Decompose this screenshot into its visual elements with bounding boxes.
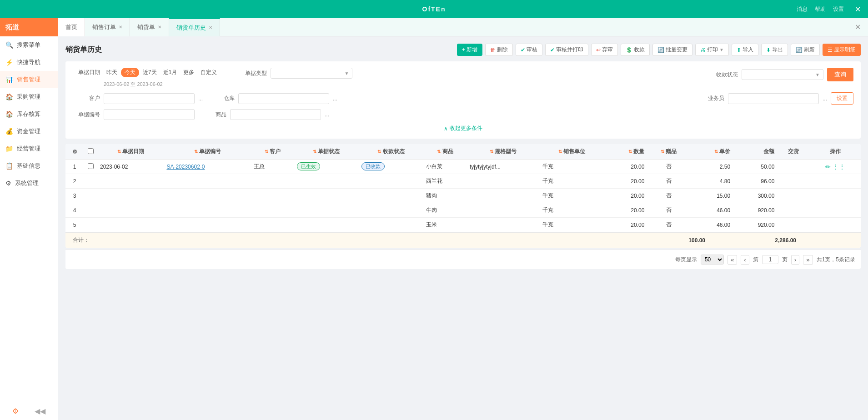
per-page-select[interactable]: 50 100 200 — [701, 255, 724, 265]
setup-button[interactable]: 设置 — [831, 92, 853, 105]
date-shortcut-1month[interactable]: 近1月 — [161, 68, 180, 77]
approve-print-button[interactable]: ✔ 审核并打印 — [545, 44, 588, 56]
warehouse-filter-input[interactable] — [238, 93, 329, 104]
warehouse-ellipsis[interactable]: ... — [333, 95, 337, 102]
tab-sales-order[interactable]: 销售订单 ✕ — [85, 18, 130, 36]
import-button[interactable]: ⬆ 导入 — [732, 44, 758, 56]
doc-type-select[interactable] — [271, 68, 352, 79]
salesperson-filter-input[interactable] — [728, 93, 819, 104]
new-button[interactable]: + 新增 — [457, 44, 482, 56]
collect-button[interactable]: 💲 收款 — [621, 44, 650, 56]
first-page-btn[interactable]: « — [728, 255, 737, 265]
cell-check-3[interactable] — [84, 203, 97, 218]
date-shortcut-today[interactable]: 今天 — [121, 68, 139, 77]
row-checkbox-0[interactable] — [88, 163, 94, 169]
sidebar-item-finance-mgmt[interactable]: 💰 资金管理 — [0, 123, 58, 140]
col-orderno-header[interactable]: ⇅ 单据编号 — [164, 144, 251, 160]
top-settings[interactable]: 设置 — [833, 5, 844, 13]
cell-orderno-0[interactable]: SA-20230602-0 — [164, 160, 251, 174]
col-goods-header[interactable]: ⇅ 商品 — [423, 144, 467, 160]
top-help[interactable]: 帮助 — [815, 5, 826, 13]
print-button[interactable]: 🖨 打印 ▼ — [695, 44, 729, 56]
cell-orderno-3[interactable] — [164, 203, 251, 218]
show-detail-button[interactable]: ☰ 显示明细 — [823, 44, 861, 56]
footer-total-qty: 100.00 — [672, 237, 708, 244]
cell-docstatus-1 — [294, 174, 359, 189]
sidebar-item-ops-mgmt[interactable]: 📁 经营管理 — [0, 140, 58, 157]
tab-bar: 首页 销售订单 ✕ 销货单 ✕ 销货单历史 ✕ ✕ — [58, 18, 868, 36]
query-button[interactable]: 查询 — [827, 68, 853, 81]
approve-button[interactable]: ✔ 审核 — [516, 44, 542, 56]
edit-icon-0[interactable]: ✏ — [825, 163, 831, 170]
sidebar-item-quick-nav[interactable]: ⚡ 快捷导航 — [0, 54, 58, 71]
date-shortcut-more[interactable]: 更多 — [181, 68, 197, 77]
cell-spec-0: tyjytyjytyjdf... — [467, 160, 540, 174]
cell-check-4[interactable] — [84, 218, 97, 232]
search-menu-icon: 🔍 — [5, 41, 13, 49]
sidebar-item-purchase-mgmt[interactable]: 🏠 采购管理 — [0, 88, 58, 105]
cell-qty-0: 20.00 — [604, 160, 647, 174]
col-docstatus-header[interactable]: ⇅ 单据状态 — [294, 144, 359, 160]
batch-change-button[interactable]: 🔄 批量变更 — [652, 44, 692, 56]
date-shortcut-custom[interactable]: 自定义 — [198, 68, 220, 77]
tab-home[interactable]: 首页 — [58, 18, 85, 36]
tab-close-all[interactable]: ✕ — [848, 23, 868, 31]
refresh-button[interactable]: 🔄 刷新 — [791, 44, 820, 56]
col-paystatus-header[interactable]: ⇅ 收款状态 — [359, 144, 423, 160]
docno-filter-input[interactable] — [104, 109, 195, 120]
footer-total-amount: 2,286.00 — [763, 237, 799, 244]
tab-sales-history[interactable]: 销货单历史 ✕ — [169, 18, 220, 36]
goods-filter-input[interactable] — [230, 109, 321, 120]
abandon-button[interactable]: ↩ 弃审 — [591, 44, 618, 56]
next-page-btn[interactable]: › — [791, 255, 799, 265]
tab-sales-order-close[interactable]: ✕ — [119, 25, 122, 30]
pay-status-select[interactable] — [742, 69, 823, 80]
tab-sales-history-close[interactable]: ✕ — [209, 25, 212, 30]
col-unit-header[interactable]: ⇅ 销售单位 — [540, 144, 604, 160]
cell-orderno-1[interactable] — [164, 174, 251, 189]
customer-filter-input[interactable] — [104, 93, 195, 104]
select-all-checkbox[interactable] — [88, 148, 94, 154]
sidebar-item-basic-info[interactable]: 📋 基础信息 — [0, 157, 58, 175]
cell-check-0[interactable] — [84, 160, 97, 174]
col-qty-header[interactable]: ⇅ 数量 — [604, 144, 647, 160]
prev-page-btn[interactable]: ‹ — [741, 255, 749, 265]
sidebar-bottom-gear-icon[interactable]: ⚙ — [12, 407, 19, 415]
sidebar-item-search-menu[interactable]: 🔍 搜索菜单 — [0, 36, 58, 54]
sidebar-item-sys-mgmt[interactable]: ⚙ 系统管理 — [0, 175, 58, 192]
top-close[interactable]: ✕ — [855, 5, 861, 14]
sidebar-item-sales-mgmt[interactable]: 📊 销售管理 — [0, 71, 58, 88]
export-button[interactable]: ⬇ 导出 — [761, 44, 788, 56]
page-input[interactable] — [762, 255, 778, 264]
more-icon-0[interactable]: ⋮⋮ — [833, 163, 845, 170]
col-price-header[interactable]: ⇅ 单价 — [690, 144, 733, 160]
col-date-header[interactable]: ⇅ 单据日期 — [97, 144, 164, 160]
goods-ellipsis[interactable]: ... — [325, 111, 329, 118]
sidebar-collapse-icon[interactable]: ◀◀ — [35, 407, 45, 415]
col-gift-header[interactable]: ⇅ 赠品 — [647, 144, 690, 160]
col-settings[interactable]: ⚙ — [65, 144, 84, 160]
cell-gift-1: 否 — [647, 174, 690, 189]
customer-filter-group: 客户 ... — [73, 93, 203, 104]
tab-sales-goods-close[interactable]: ✕ — [158, 25, 161, 30]
settings-gear-icon[interactable]: ⚙ — [72, 149, 77, 155]
top-message[interactable]: 消息 — [797, 5, 808, 13]
delete-button[interactable]: 🗑 删除 — [485, 44, 513, 56]
date-shortcut-yesterday[interactable]: 昨天 — [104, 68, 120, 77]
last-page-btn[interactable]: » — [803, 255, 813, 265]
sidebar-item-inventory[interactable]: 🏠 库存核算 — [0, 105, 58, 123]
cell-orderno-2[interactable] — [164, 189, 251, 203]
cell-check-1[interactable] — [84, 174, 97, 189]
tab-sales-goods[interactable]: 销货单 ✕ — [130, 18, 169, 36]
col-customer-header[interactable]: ⇅ 客户 — [251, 144, 294, 160]
sort-paystatus-icon: ⇅ — [377, 149, 381, 154]
cell-orderno-4[interactable] — [164, 218, 251, 232]
salesperson-ellipsis[interactable]: ... — [823, 95, 827, 102]
cell-check-2[interactable] — [84, 189, 97, 203]
filter-collapse-btn[interactable]: ∧ 收起更多条件 — [73, 125, 853, 132]
customer-ellipsis[interactable]: ... — [198, 95, 203, 102]
sidebar: 拓道 🔍 搜索菜单 ⚡ 快捷导航 📊 销售管理 🏠 采购管理 🏠 库存核算 — [0, 18, 58, 420]
cell-trade-0 — [777, 160, 810, 174]
date-shortcut-7days[interactable]: 近7天 — [140, 68, 160, 77]
col-spec-header[interactable]: ⇅ 规格型号 — [467, 144, 540, 160]
